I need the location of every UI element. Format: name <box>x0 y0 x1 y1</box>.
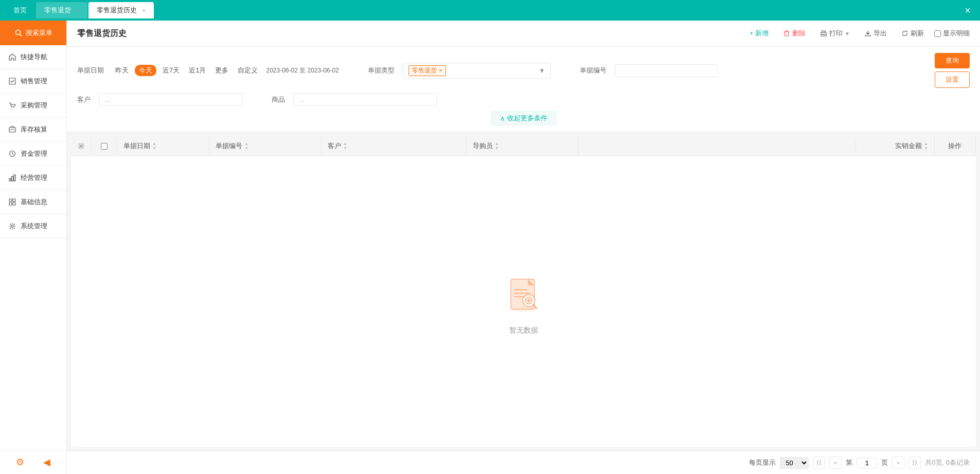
th-date-label: 单据日期 <box>123 141 150 151</box>
print-dropdown-arrow[interactable]: ▼ <box>845 31 850 37</box>
th-guide-sort: ▲ ▼ <box>495 142 499 151</box>
th-checkbox[interactable] <box>92 138 117 155</box>
sidebar-item-finance[interactable]: 资金管理 <box>0 142 66 166</box>
voucher-type-selector[interactable]: 零售退货 × ▼ <box>403 63 551 79</box>
sidebar-item-sales-mgmt[interactable]: 销售管理 <box>0 69 66 94</box>
settings-button[interactable]: 设置 <box>935 71 970 88</box>
date-option-today[interactable]: 今天 <box>135 65 156 76</box>
page-size-label: 每页显示 <box>749 458 776 467</box>
customer-input[interactable]: ... <box>99 93 243 106</box>
th-voucher-sort: ▲ ▼ <box>244 142 248 151</box>
sidebar-item-quick-nav-label: 快捷导航 <box>21 52 47 62</box>
tab-retail-return-history[interactable]: 零售退货历史 × <box>88 2 153 19</box>
th-voucher-no[interactable]: 单据编号 ▲ ▼ <box>209 136 322 156</box>
next-page-button[interactable]: ＞ <box>892 457 904 469</box>
date-option-more[interactable]: 更多 <box>212 65 231 76</box>
sidebar-settings-icon[interactable]: ⚙ <box>16 457 24 468</box>
empty-illustration <box>498 268 549 320</box>
voucher-type-tag-close[interactable]: × <box>439 67 442 74</box>
voucher-no-input[interactable] <box>615 64 718 77</box>
date-option-7days[interactable]: 近7天 <box>159 65 183 76</box>
sidebar-item-inventory[interactable]: 库存核算 <box>0 118 66 142</box>
voucher-type-label: 单据类型 <box>368 66 395 75</box>
empty-state: 暂无数据 <box>71 156 976 447</box>
date-options: 昨天 今天 近7天 近1月 更多 自定义 2023-06-02 至 2023-0… <box>112 65 339 76</box>
print-label: 打印 <box>829 29 843 38</box>
svg-point-14 <box>11 225 13 227</box>
sales-icon <box>8 77 16 85</box>
sidebar-search[interactable]: 搜索菜单 <box>0 21 66 45</box>
query-button[interactable]: 查询 <box>935 53 970 68</box>
sidebar-item-inventory-label: 库存核算 <box>21 125 47 134</box>
sidebar-item-purchase-mgmt[interactable]: 采购管理 <box>0 94 66 118</box>
top-bar: 首页 零售退货 × 零售退货历史 × × <box>0 0 980 21</box>
finance-icon <box>8 150 16 158</box>
date-option-custom[interactable]: 自定义 <box>235 65 261 76</box>
goods-input[interactable]: ... <box>293 93 437 106</box>
voucher-type-dropdown-arrow: ▼ <box>539 67 545 75</box>
svg-rect-2 <box>9 78 15 84</box>
date-option-yesterday[interactable]: 昨天 <box>112 65 132 76</box>
print-icon <box>820 30 827 37</box>
sidebar-item-finance-label: 资金管理 <box>21 149 47 158</box>
svg-point-4 <box>13 107 14 108</box>
refresh-button[interactable]: 刷新 <box>897 27 928 40</box>
table-header: 单据日期 ▲ ▼ 单据编号 ▲ ▼ 客户 ▲ <box>71 136 976 156</box>
sidebar-item-base-info[interactable]: 基础信息 <box>0 190 66 214</box>
sidebar-item-system-label: 系统管理 <box>21 222 47 231</box>
sidebar-item-system[interactable]: 系统管理 <box>0 214 66 239</box>
th-date[interactable]: 单据日期 ▲ ▼ <box>117 136 209 156</box>
sidebar-item-operations-label: 经营管理 <box>21 173 47 183</box>
th-guide[interactable]: 导购员 ▲ ▼ <box>467 136 579 156</box>
date-option-1month[interactable]: 近1月 <box>186 65 209 76</box>
page-header: 零售退货历史 + 新增 删除 打印 ▼ <box>67 21 980 47</box>
tab-retail-return-history-close[interactable]: × <box>142 7 145 13</box>
collapse-button[interactable]: ∧ 收起更多条件 <box>491 111 556 125</box>
sidebar-item-quick-nav[interactable]: 快捷导航 <box>0 45 66 69</box>
svg-rect-13 <box>13 203 15 205</box>
tab-list: 首页 零售退货 × 零售退货历史 × <box>5 2 960 19</box>
tab-retail-return[interactable]: 零售退货 × <box>36 2 87 19</box>
th-customer-sort: ▲ ▼ <box>343 142 347 151</box>
th-amount-label: 实销金额 <box>895 141 922 151</box>
prev-page-button[interactable]: ＜ <box>829 457 842 469</box>
page-size-select[interactable]: 50 100 200 <box>780 457 809 469</box>
sidebar-item-operations[interactable]: 经营管理 <box>0 166 66 190</box>
tab-retail-return-label: 零售退货 <box>44 6 71 15</box>
th-operation: 操作 <box>935 136 976 156</box>
first-page-button[interactable]: ⟨⟨ <box>813 457 825 469</box>
last-page-button[interactable]: ⟩⟩ <box>908 457 921 469</box>
goods-label: 商品 <box>272 95 285 104</box>
voucher-date-label: 单据日期 <box>77 66 104 75</box>
window-close-button[interactable]: × <box>960 5 975 16</box>
sidebar: 搜索菜单 快捷导航 销售管理 采购管理 <box>0 21 67 474</box>
refresh-icon <box>901 30 908 37</box>
show-detail-checkbox[interactable] <box>934 30 941 37</box>
delete-button[interactable]: 删除 <box>779 27 810 40</box>
table-settings-icon <box>78 142 85 150</box>
th-customer[interactable]: 客户 ▲ ▼ <box>322 136 467 156</box>
print-button[interactable]: 打印 ▼ <box>816 27 854 40</box>
tab-home[interactable]: 首页 <box>5 2 35 19</box>
th-amount-sort: ▲ ▼ <box>924 142 928 151</box>
query-settings-group: 查询 设置 <box>935 53 970 88</box>
tab-home-label: 首页 <box>13 6 27 15</box>
page-number-input[interactable] <box>857 458 877 468</box>
th-amount[interactable]: 实销金额 ▲ ▼ <box>856 136 935 156</box>
tab-retail-return-close[interactable]: × <box>76 7 79 13</box>
select-all-checkbox[interactable] <box>101 143 108 150</box>
customer-label: 客户 <box>77 95 91 104</box>
new-button[interactable]: + 新增 <box>745 27 773 40</box>
filter-area: 单据日期 昨天 今天 近7天 近1月 更多 自定义 2023-06-02 至 2… <box>67 47 980 132</box>
main-layout: 搜索菜单 快捷导航 销售管理 采购管理 <box>0 21 980 474</box>
th-space <box>579 141 856 151</box>
sidebar-collapse-icon[interactable]: ◀ <box>43 457 50 468</box>
show-detail-label: 显示明细 <box>943 29 970 38</box>
tab-retail-return-history-label: 零售退货历史 <box>97 6 137 15</box>
top-bar-right: × <box>960 5 975 16</box>
collapse-area: ∧ 收起更多条件 <box>77 111 970 125</box>
delete-icon <box>783 30 790 37</box>
export-button[interactable]: 导出 <box>860 27 891 40</box>
voucher-type-input[interactable] <box>449 67 536 75</box>
th-settings[interactable] <box>71 137 92 155</box>
